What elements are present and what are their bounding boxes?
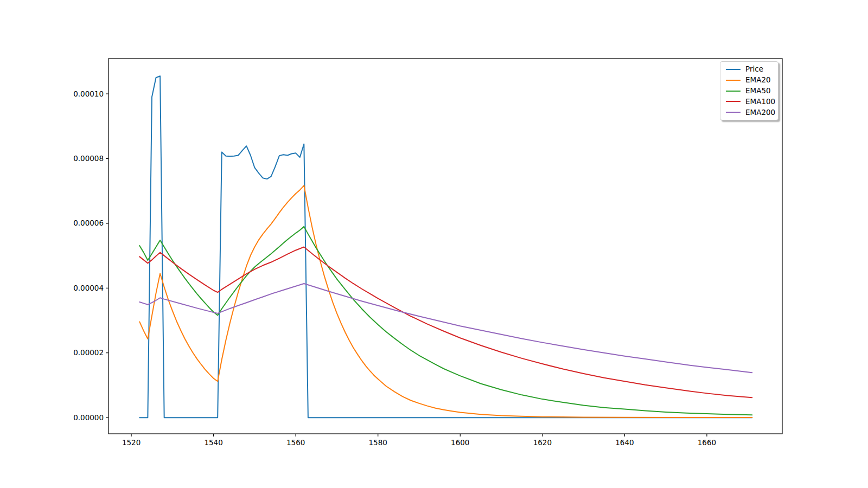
price-line [139,76,752,418]
series-lines [139,76,752,418]
legend-label: EMA20 [745,76,771,84]
legend-item: EMA50 [726,87,773,95]
y-tick-label: 0.00008 [73,154,104,163]
y-tick-label: 0.00006 [73,219,104,227]
legend-item: Price [726,66,773,73]
y-tick-label: 0.00004 [73,284,104,292]
x-axis: 15201540156015801600162016401660 [122,434,716,447]
legend-item: EMA20 [726,76,773,84]
legend-line-swatch [726,69,741,70]
y-tick-label: 0.00010 [73,89,104,98]
ema20-line [139,185,752,418]
y-axis: 0.000000.000020.000040.000060.000080.000… [73,89,108,422]
legend-label: Price [745,66,763,73]
legend: Price EMA20 EMA50 EMA100 EMA200 [720,61,778,120]
legend-line-swatch [726,80,741,81]
legend-line-swatch [726,101,741,102]
legend-item: EMA200 [726,109,773,117]
legend-line-swatch [726,91,741,92]
x-tick-label: 1660 [698,438,716,447]
plot-border [108,59,782,434]
x-tick-label: 1560 [286,438,305,447]
x-tick-label: 1580 [369,438,387,447]
legend-label: EMA50 [745,87,771,95]
x-tick-label: 1520 [122,438,141,447]
x-tick-label: 1620 [533,438,552,447]
legend-line-swatch [726,112,741,113]
figure: 152015401560158016001620164016600.000000… [0,0,868,488]
legend-label: EMA200 [745,109,775,117]
y-tick-label: 0.00002 [73,348,104,357]
legend-label: EMA100 [745,98,775,106]
x-tick-label: 1600 [451,438,469,447]
legend-item: EMA100 [726,98,773,106]
x-tick-label: 1640 [615,438,634,447]
y-tick-label: 0.00000 [73,413,104,422]
x-tick-label: 1540 [204,438,222,447]
ema200-line [139,284,752,373]
